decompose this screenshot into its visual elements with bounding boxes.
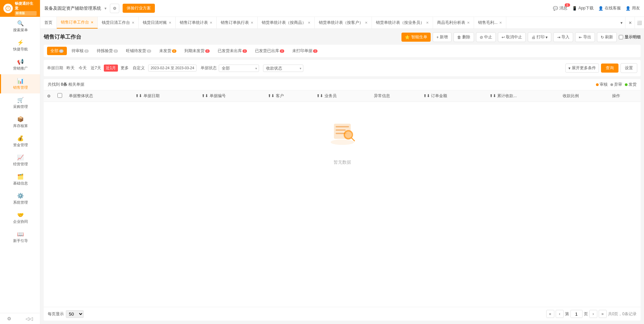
sidebar-item-7[interactable]: 📈 经营管理: [0, 151, 40, 170]
add-btn-label: 新增: [440, 34, 448, 40]
sub-tab-7[interactable]: 已发货已出库0: [252, 47, 288, 55]
sub-tab-1[interactable]: 待审核0: [68, 47, 92, 55]
user-menu-button[interactable]: 👤 用友: [626, 5, 640, 11]
column-settings-icon[interactable]: ⚙: [47, 94, 51, 98]
sidebar-item-9[interactable]: ⚙️ 系统管理: [0, 189, 40, 208]
sidebar-item-4[interactable]: 🛒 采购管理: [0, 93, 40, 113]
print-btn[interactable]: 🖨 打印 ▾: [528, 32, 551, 42]
nav-tab-0[interactable]: 首页: [40, 17, 57, 29]
sub-tab-0[interactable]: 全部0: [47, 47, 67, 55]
sidebar-label-8: 基础信息: [13, 181, 28, 186]
sidebar-item-0[interactable]: 🔍 搜索菜单: [0, 17, 40, 36]
nav-tab-1[interactable]: 销售订单工作台✕: [57, 17, 98, 29]
cancel-stop-btn[interactable]: ↩ 取消中止: [498, 32, 526, 42]
page-size-label: 每页显示: [48, 311, 64, 317]
nav-tab-10[interactable]: 销售毛利...✕: [474, 17, 506, 29]
date-opt-more[interactable]: 更多: [119, 65, 130, 72]
date-opt-yesterday[interactable]: 昨天: [65, 65, 76, 72]
industry-btn[interactable]: 体验行业方案: [123, 4, 155, 13]
first-page-btn[interactable]: «: [546, 310, 554, 318]
nav-tab-2[interactable]: 钱货日清工作台✕: [98, 17, 139, 29]
abandon-audit-op-btn[interactable]: 弃审: [610, 82, 622, 87]
sub-tab-8[interactable]: 未打印单据0: [289, 47, 321, 55]
nav-tab-maximize-icon[interactable]: ⬜: [635, 17, 644, 29]
page-size-select[interactable]: 50 100 200: [66, 310, 84, 318]
query-btn[interactable]: 查询: [601, 64, 618, 73]
collapse-icon[interactable]: ◁◁: [26, 316, 33, 321]
nav-tabs-more-button[interactable]: ▾: [618, 17, 625, 29]
ship-op-btn[interactable]: 发货: [625, 82, 637, 87]
expand-conditions-btn[interactable]: ▾ 展开更多条件: [565, 64, 599, 73]
smart-btn[interactable]: ⭐ 智能生单: [401, 33, 431, 42]
nav-tab-7[interactable]: 销货单统计表（按客户）✕: [315, 17, 372, 29]
date-range-display[interactable]: 2023-02-24 至 2023-03-24: [148, 65, 197, 72]
nav-tab-6[interactable]: 销货单统计表（按商品）✕: [258, 17, 315, 29]
sub-tab-4[interactable]: 未发货0: [156, 47, 180, 55]
refresh-btn[interactable]: ↻ 刷新: [597, 32, 617, 42]
sub-tab-6[interactable]: 已发货未出库0: [214, 47, 250, 55]
nav-tab-close-9[interactable]: ✕: [467, 21, 470, 25]
sub-tab-badge-5: 0: [205, 49, 210, 53]
online-service-button[interactable]: 👤 在线客服: [598, 5, 621, 11]
sidebar-item-10[interactable]: 🤝 企业协同: [0, 208, 40, 228]
sub-tab-3[interactable]: 旺铺待发货0: [123, 47, 155, 55]
show-detail-toggle[interactable]: 显示明细: [619, 34, 641, 40]
delete-btn-label: 删除: [462, 34, 470, 40]
sidebar-item-5[interactable]: 📦 库存核算: [0, 113, 40, 132]
export-btn[interactable]: ⇤ 导出: [575, 32, 595, 42]
nav-tab-close-3[interactable]: ✕: [169, 21, 171, 25]
setting-btn[interactable]: 设置: [620, 63, 637, 73]
table-count: 共找到 0条 相关单据: [48, 82, 84, 87]
app-download-button[interactable]: 📱 App下载: [572, 5, 594, 11]
sub-tab-badge-1: 0: [84, 49, 89, 53]
show-detail-checkbox[interactable]: [619, 35, 623, 39]
sidebar-item-1[interactable]: ⚡ 快捷导航: [0, 36, 40, 55]
nav-tab-close-icon[interactable]: ✕: [625, 17, 635, 29]
message-button[interactable]: 💬 消息 6: [553, 5, 567, 11]
sub-tab-2[interactable]: 待拣验货0: [93, 47, 121, 55]
prev-page-btn[interactable]: ‹: [556, 310, 564, 318]
date-opt-7days[interactable]: 近7天: [89, 65, 102, 72]
nav-tab-close-7[interactable]: ✕: [365, 21, 368, 25]
topbar-gear-button[interactable]: ⚙: [110, 4, 119, 13]
nav-tab-close-5[interactable]: ✕: [251, 21, 253, 25]
settings-icon[interactable]: ⚙: [7, 316, 11, 321]
status-select[interactable]: 全部: [219, 65, 259, 72]
nav-tab-3[interactable]: 钱货日清对账✕: [139, 17, 176, 29]
page-number-input[interactable]: [570, 310, 583, 318]
nav-tab-5[interactable]: 销售订单执行表✕: [217, 17, 258, 29]
payment-status-select[interactable]: 收款状态: [263, 65, 303, 72]
sidebar-item-3[interactable]: 📊 销售管理: [0, 74, 40, 93]
delete-btn[interactable]: 🗑 删除: [454, 32, 474, 42]
sidebar-item-6[interactable]: 💰 资金管理: [0, 132, 40, 151]
sidebar-item-8[interactable]: 🗂️ 基础信息: [0, 170, 40, 189]
import-btn[interactable]: ⇥ 导入: [553, 32, 573, 42]
topbar: 装备及固定资产辅助管理系统 ▾ ⚙ 体验行业方案 💬 消息 6 📱 App下载 …: [40, 0, 644, 17]
nav-tab-close-8[interactable]: ✕: [426, 21, 429, 25]
last-page-btn[interactable]: »: [599, 310, 607, 318]
sidebar: 畅捷通好生意 标准版 🔍 搜索菜单 ⚡ 快捷导航 📢 营销推广 📊 销售管理 🛒…: [0, 0, 40, 324]
nav-tab-close-6[interactable]: ✕: [308, 21, 310, 25]
sub-tab-5[interactable]: 到期未发货0: [181, 47, 213, 55]
nav-tab-close-10[interactable]: ✕: [499, 21, 502, 25]
th-salesman: ⬆⬇ 业务员: [313, 90, 371, 102]
nav-tab-8[interactable]: 销货单统计表（按业务员）✕: [372, 17, 433, 29]
nav-tab-close-1[interactable]: ✕: [91, 21, 93, 24]
date-opt-custom[interactable]: 自定义: [131, 65, 146, 72]
sidebar-label-10: 企业协同: [13, 219, 28, 224]
date-opt-today[interactable]: 今天: [77, 65, 88, 72]
add-btn[interactable]: + 新增: [433, 32, 452, 42]
sidebar-item-11[interactable]: 📖 新手引导: [0, 228, 40, 247]
nav-tab-9[interactable]: 商品毛利分析表✕: [433, 17, 474, 29]
date-opt-1month[interactable]: 近1月: [104, 65, 118, 72]
nav-tab-close-4[interactable]: ✕: [210, 21, 212, 25]
nav-tab-label-9: 商品毛利分析表: [437, 20, 465, 26]
nav-tab-label-4: 销售订单统计表: [180, 20, 208, 26]
nav-tab-4[interactable]: 销售订单统计表✕: [176, 17, 217, 29]
nav-tab-close-2[interactable]: ✕: [132, 21, 134, 25]
select-all-checkbox[interactable]: [57, 93, 62, 98]
audit-op-btn[interactable]: 审核: [596, 82, 608, 87]
stop-btn[interactable]: ⊘ 中止: [476, 32, 496, 42]
sidebar-item-2[interactable]: 📢 营销推广: [0, 55, 40, 74]
next-page-btn[interactable]: ›: [589, 310, 597, 318]
